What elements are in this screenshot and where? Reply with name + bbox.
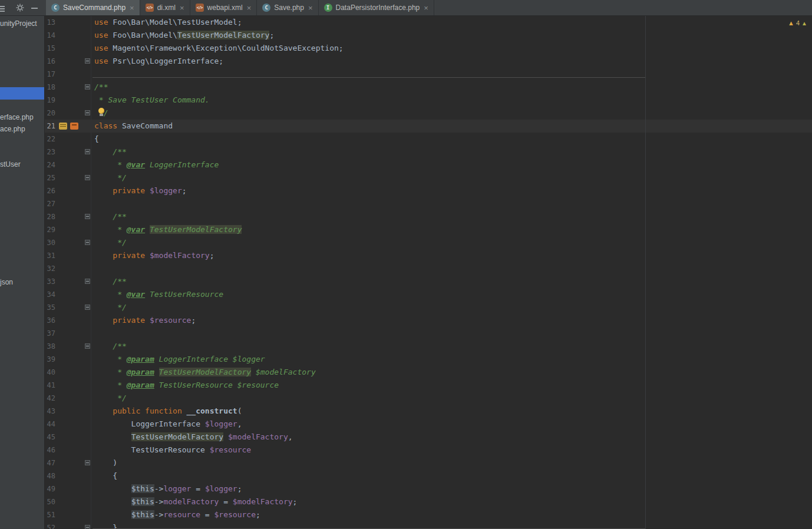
editor-tab[interactable]: CSave.php× <box>257 0 318 15</box>
tab-close-icon[interactable]: × <box>130 4 134 12</box>
fold-column <box>82 146 91 158</box>
line-number: 16 <box>45 55 55 68</box>
code-text[interactable]: public function __construct( <box>91 405 812 418</box>
fold-column <box>82 275 91 288</box>
minimize-icon[interactable] <box>31 8 38 9</box>
tab-close-icon[interactable]: × <box>308 4 313 12</box>
inspections-widget[interactable]: ▲ 4 ▲ <box>788 19 807 27</box>
code-text[interactable]: */ <box>91 236 812 249</box>
code-text[interactable]: private $modelFactory; <box>91 249 812 262</box>
editor-tab[interactable]: CSaveCommand.php× <box>46 0 140 15</box>
xml-file-icon: </> <box>196 4 204 12</box>
code-text[interactable]: * @param TestUserModelFactory $modelFact… <box>91 366 812 379</box>
line-number: 23 <box>45 146 55 158</box>
code-text[interactable]: /** <box>91 210 812 223</box>
code-text[interactable]: $this->resource = $resource; <box>91 508 812 521</box>
fold-marker-icon[interactable] <box>85 84 90 90</box>
fold-column <box>82 262 91 275</box>
code-text[interactable]: use Foo\Bar\Model\TestUserModelFactory; <box>91 29 812 42</box>
code-text[interactable]: /** <box>91 275 812 288</box>
code-token <box>94 497 131 506</box>
code-text[interactable]: /** <box>91 81 812 94</box>
code-text[interactable]: */ <box>91 107 812 120</box>
gutter <box>55 405 82 418</box>
fold-marker-icon[interactable] <box>85 110 90 115</box>
code-text[interactable]: private $resource; <box>91 314 812 327</box>
code-text[interactable]: LoggerInterface $logger, <box>91 418 812 431</box>
code-token <box>94 484 131 493</box>
code-text[interactable]: use Foo\Bar\Model\TestUserModel; <box>91 16 812 29</box>
code-text[interactable]: */ <box>91 301 812 314</box>
fold-marker-icon[interactable] <box>85 240 90 245</box>
code-line: 21class SaveCommand <box>45 120 812 133</box>
code-text[interactable] <box>91 262 812 275</box>
code-line: 50 $this->modelFactory = $modelFactory; <box>45 495 812 508</box>
fold-marker-icon[interactable] <box>85 58 90 64</box>
code-token: LoggerInterface $logger <box>154 355 265 363</box>
code-text[interactable]: /** <box>91 340 812 353</box>
code-text[interactable]: /** <box>91 146 812 158</box>
gutter <box>55 55 82 68</box>
code-text[interactable]: * @param LoggerInterface $logger <box>91 353 812 366</box>
line-number: 18 <box>45 81 55 94</box>
code-text[interactable]: class SaveCommand <box>91 120 812 133</box>
code-line: 34 * @var TestUserResource <box>45 288 812 301</box>
editor-tab[interactable]: </>webapi.xml× <box>190 0 258 15</box>
code-text[interactable]: TestUserResource $resource <box>91 444 812 457</box>
code-text[interactable]: * @var LoggerInterface <box>91 158 812 171</box>
fold-marker-icon[interactable] <box>85 343 90 349</box>
code-text[interactable]: * @var TestUserResource <box>91 288 812 301</box>
editor-tab[interactable]: IDataPersistorInterface.php× <box>319 0 434 15</box>
project-tree-item[interactable]: stUser <box>0 158 21 170</box>
line-number: 39 <box>45 353 55 366</box>
class-marker-icon[interactable] <box>59 123 67 130</box>
code-text[interactable]: * Save TestUser Command. <box>91 94 812 107</box>
gutter <box>55 482 82 495</box>
fold-marker-icon[interactable] <box>85 149 90 154</box>
code-text[interactable]: * @param TestUserResource $resource <box>91 379 812 392</box>
editor-tab[interactable]: </>di.xml× <box>140 0 190 15</box>
project-tree-selected-item[interactable] <box>0 87 44 100</box>
code-text[interactable]: * @var TestUserModelFactory <box>91 223 812 236</box>
line-number: 21 <box>45 120 55 133</box>
project-tree-item[interactable]: ace.php <box>0 123 25 135</box>
project-panel[interactable]: unityProjecterface.phpace.phpstUserjson <box>0 16 45 529</box>
fold-marker-icon[interactable] <box>85 214 90 219</box>
code-text[interactable]: */ <box>91 392 812 405</box>
project-tree-item[interactable]: unityProject <box>0 18 37 29</box>
fold-column <box>82 94 91 107</box>
code-text[interactable]: { <box>91 133 812 146</box>
code-text[interactable]: use Psr\Log\LoggerInterface; <box>91 55 812 68</box>
fold-marker-icon[interactable] <box>85 305 90 310</box>
inspection-marker-icon[interactable] <box>70 123 78 130</box>
code-text[interactable] <box>91 327 812 340</box>
code-text[interactable] <box>91 197 812 210</box>
code-text[interactable]: { <box>91 470 812 482</box>
fold-marker-icon[interactable] <box>85 279 90 284</box>
intention-bulb-icon[interactable] <box>98 108 105 118</box>
fold-marker-icon[interactable] <box>85 460 90 465</box>
code-text[interactable]: ) <box>91 457 812 470</box>
fold-column <box>82 55 91 68</box>
code-text[interactable]: $this->modelFactory = $modelFactory; <box>91 495 812 508</box>
code-text[interactable]: use Magento\Framework\Exception\CouldNot… <box>91 42 812 55</box>
tab-close-icon[interactable]: × <box>247 4 252 12</box>
gear-icon[interactable] <box>16 4 24 14</box>
gutter <box>55 457 82 470</box>
code-text[interactable]: TestUserModelFactory $modelFactory, <box>91 431 812 444</box>
code-token: TestUserResource <box>145 290 223 299</box>
code-token: $modelFactory <box>233 497 293 506</box>
code-text[interactable]: */ <box>91 171 812 184</box>
code-text[interactable] <box>91 68 812 81</box>
project-tree-item[interactable]: json <box>0 276 13 288</box>
project-tree-item[interactable]: erface.php <box>0 111 34 123</box>
menu-icon[interactable] <box>0 5 5 12</box>
fold-marker-icon[interactable] <box>85 175 90 180</box>
code-text[interactable]: $this->logger = $logger; <box>91 482 812 495</box>
fold-column <box>82 470 91 482</box>
line-number: 46 <box>45 444 55 457</box>
code-text[interactable]: private $logger; <box>91 184 812 197</box>
tab-close-icon[interactable]: × <box>424 4 428 12</box>
fold-marker-icon[interactable] <box>85 525 90 529</box>
tab-close-icon[interactable]: × <box>180 4 184 12</box>
